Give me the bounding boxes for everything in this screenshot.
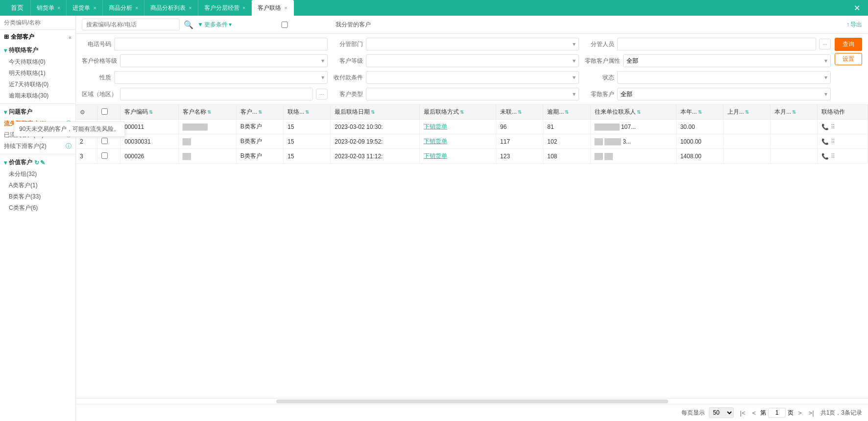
th-checkbox[interactable] xyxy=(97,105,120,120)
page-size-select[interactable]: 50 20 100 xyxy=(709,407,734,418)
row-checkbox-2[interactable] xyxy=(101,138,108,144)
action-icon-2a[interactable]: 📞 xyxy=(821,138,829,145)
th-last-method[interactable]: 最后联络方式⇅ xyxy=(419,105,496,120)
my-customers-checkbox[interactable] xyxy=(236,22,334,28)
sidebar: 🔍 ⊞全部客户 « ▾ 待联络客户 今天待联络(0) 明天待联络(1) 近7天待… xyxy=(0,16,76,421)
close-tab-purchase[interactable]: × xyxy=(93,5,96,11)
close-tab-salesorder[interactable]: × xyxy=(57,5,60,11)
filter-dept-select[interactable]: ▾ xyxy=(366,38,579,50)
action-icon-3b[interactable]: ⠿ xyxy=(831,153,835,160)
action-icon-1a[interactable]: 📞 xyxy=(821,124,829,130)
first-page-btn[interactable]: |< xyxy=(738,408,748,418)
last-page-btn[interactable]: >| xyxy=(806,408,817,418)
th-contact-person[interactable]: 往来单位联系人⇅ xyxy=(590,105,676,120)
sort-nocontact-icon: ⇅ xyxy=(518,109,522,115)
query-button[interactable]: 查询 xyxy=(835,38,862,51)
close-all-tabs[interactable]: ✕ xyxy=(850,3,864,13)
filter-price-grade-select[interactable]: ▾ xyxy=(120,54,328,67)
sidebar-item-declining[interactable]: 持续下滑客户(2) ⓘ xyxy=(0,141,75,152)
close-tab-analysis-list[interactable]: × xyxy=(189,5,192,11)
tab-customer-tier[interactable]: 客户分层经营 × xyxy=(198,0,252,16)
filter-nature-select[interactable]: ▾ xyxy=(114,71,328,84)
sidebar-item-a-class[interactable]: A类客户(1) xyxy=(0,180,75,191)
filter-person: 分管人员 ··· xyxy=(585,38,831,50)
settings-button[interactable]: 设置 xyxy=(835,53,862,65)
search-button[interactable]: 🔍 xyxy=(184,20,193,29)
prev-page-btn[interactable]: < xyxy=(749,408,758,418)
sidebar-item-today[interactable]: 今天待联络(0) xyxy=(0,56,75,68)
th-last-month[interactable]: 上月...⇅ xyxy=(723,105,770,120)
td-cyear-1: 30.00 xyxy=(676,120,723,134)
table-header-row: ⚙ 客户编码⇅ 客户名称⇅ 客户...⇅ 联络...⇅ 最后联络日期⇅ 最后联络… xyxy=(76,105,868,120)
search-input[interactable] xyxy=(82,19,180,30)
td-checkbox-3[interactable] xyxy=(97,149,120,164)
value-refresh-icon[interactable]: ↻ xyxy=(34,159,39,166)
value-edit-icon[interactable]: ✎ xyxy=(40,159,45,166)
th-settings[interactable]: ⚙ xyxy=(76,105,97,120)
action-icon-3a[interactable]: 📞 xyxy=(821,153,829,160)
tab-salesorder[interactable]: 销货单 × xyxy=(31,0,67,16)
filter-status-select[interactable]: ▾ xyxy=(617,71,831,84)
select-all-checkbox[interactable] xyxy=(101,108,108,115)
td-method-2[interactable]: 下销货单 xyxy=(419,134,496,149)
sidebar-search-input[interactable] xyxy=(4,19,76,26)
group-value-label[interactable]: ▾ 价值客户 ↻ ✎ xyxy=(0,156,75,169)
sidebar-item-ungrouped[interactable]: 未分组(32) xyxy=(0,169,75,180)
next-page-btn[interactable]: > xyxy=(796,408,804,418)
filter-retail-attr-select[interactable]: 全部 ▾ xyxy=(623,54,831,67)
group-problem-label[interactable]: ▾ 问题客户 xyxy=(0,106,75,118)
th-type[interactable]: 客户...⇅ xyxy=(236,105,283,120)
content-area: 🔍 ▼ 更多条件 ▾ 我分管的客户 ↑ 导出 xyxy=(76,16,868,421)
action-icon-1b[interactable]: ⠿ xyxy=(831,124,835,130)
td-method-3[interactable]: 下销货单 xyxy=(419,149,496,164)
nature-chevron-icon: ▾ xyxy=(321,74,324,81)
td-method-1[interactable]: 下销货单 xyxy=(419,120,496,134)
all-customers-header[interactable]: ⊞全部客户 « xyxy=(0,30,75,44)
th-no-contact[interactable]: 未联...⇅ xyxy=(496,105,543,120)
horizontal-scrollbar[interactable] xyxy=(76,398,868,404)
tab-analysis[interactable]: 商品分析 × xyxy=(103,0,145,16)
td-code-1: 000011 xyxy=(121,120,178,134)
th-action: 联络动作 xyxy=(818,105,868,120)
more-conditions-btn[interactable]: ▼ 更多条件 ▾ xyxy=(197,21,232,29)
sidebar-item-7days[interactable]: 近7天待联络(0) xyxy=(0,79,75,90)
sidebar-item-tomorrow[interactable]: 明天待联络(1) xyxy=(0,68,75,79)
filter-retail-select[interactable]: 全部 ▾ xyxy=(617,88,831,100)
scrollbar-thumb[interactable] xyxy=(276,399,668,403)
th-code[interactable]: 客户编码⇅ xyxy=(121,105,178,120)
group-pending-label[interactable]: ▾ 待联络客户 xyxy=(0,44,75,56)
declining-info-icon[interactable]: ⓘ xyxy=(66,142,72,150)
th-last-date[interactable]: 最后联络日期⇅ xyxy=(331,105,420,120)
th-current-month[interactable]: 本月...⇅ xyxy=(771,105,818,120)
filter-payment-select[interactable]: ▾ xyxy=(366,71,579,84)
th-name[interactable]: 客户名称⇅ xyxy=(178,105,236,120)
filter-customer-type-select[interactable]: ▾ xyxy=(366,88,579,100)
my-customers-checkbox-label[interactable]: 我分管的客户 xyxy=(236,21,371,29)
filter-phone-input[interactable] xyxy=(114,38,328,50)
th-current-year[interactable]: 本年...⇅ xyxy=(676,105,723,120)
close-tab-customer-tier[interactable]: × xyxy=(242,5,245,11)
settings-gear-icon[interactable]: ⚙ xyxy=(80,109,85,116)
action-icon-2b[interactable]: ⠿ xyxy=(831,138,835,145)
close-tab-customer-contact[interactable]: × xyxy=(284,5,287,11)
filter-person-select[interactable] xyxy=(617,38,816,50)
tab-purchase[interactable]: 进货单 × xyxy=(67,0,102,16)
filter-region-dots[interactable]: ··· xyxy=(316,89,328,99)
tab-customer-contact[interactable]: 客户联络 × xyxy=(252,0,293,16)
filter-customer-grade-select[interactable]: ▾ xyxy=(366,54,579,67)
th-contact-count[interactable]: 联络...⇅ xyxy=(284,105,331,120)
sidebar-item-b-class[interactable]: B类客户(33) xyxy=(0,191,75,202)
row-checkbox-3[interactable] xyxy=(101,152,108,159)
sidebar-item-c-class[interactable]: C类客户(6) xyxy=(0,202,75,214)
td-name-3: ██ xyxy=(178,149,236,164)
tab-home[interactable]: 首页 xyxy=(4,0,31,16)
filter-region-select[interactable] xyxy=(120,88,313,100)
tab-analysis-list[interactable]: 商品分析列表 × xyxy=(145,0,198,16)
sidebar-item-overdue[interactable]: 逾期未联络(30) xyxy=(0,90,75,101)
table-row: 3 000026 ██ B类客户 15 2023-02-03 11:12: 下销… xyxy=(76,149,868,164)
filter-person-dots[interactable]: ··· xyxy=(819,39,831,50)
current-page-input[interactable] xyxy=(768,408,786,418)
th-overdue[interactable]: 逾期...⇅ xyxy=(543,105,590,120)
close-tab-analysis[interactable]: × xyxy=(135,5,138,11)
export-btn[interactable]: ↑ 导出 xyxy=(846,21,862,29)
